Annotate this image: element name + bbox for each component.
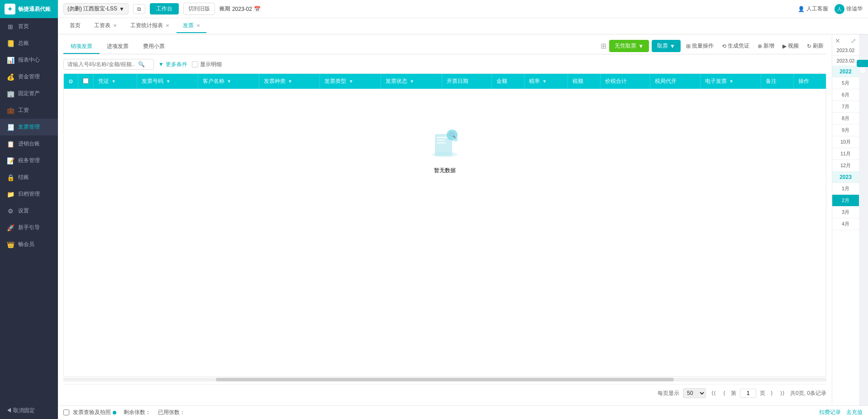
unpin-sidebar[interactable]: ◀ 取消固定 [0, 402, 58, 419]
th-invoice-status-filter[interactable]: ▼ [410, 79, 414, 84]
select-all-checkbox[interactable] [83, 78, 89, 84]
bottom-right: 扣费记录 去充值 [819, 409, 863, 416]
date-2023-4[interactable]: 4月 [832, 218, 859, 230]
no-voucher-label: 无凭取票 [615, 42, 636, 50]
recharge-link[interactable]: 去充值 [846, 409, 863, 416]
date-panel-expand-btn[interactable]: ⤢ [850, 36, 857, 45]
copy-btn[interactable]: ⧉ [133, 4, 145, 14]
sidebar-item-member[interactable]: 👑 畅会员 [0, 236, 58, 253]
sidebar-item-archive[interactable]: 📁 归档管理 [0, 186, 58, 202]
th-e-invoice: 电子发票 ▼ [700, 74, 761, 89]
table-view-btn[interactable]: ⊞ [601, 42, 606, 50]
sidebar-item-salary[interactable]: 💼 工资 [0, 102, 58, 119]
tab-salary-stats-close[interactable]: ✕ [166, 23, 169, 28]
sub-tab-sales[interactable]: 销项发票 [63, 40, 100, 54]
sidebar-item-assets[interactable]: 🏢 固定资产 [0, 85, 58, 102]
date-2023-1[interactable]: 1月 [832, 183, 859, 195]
no-voucher-btn[interactable]: 无凭取票 ▼ [609, 40, 649, 52]
tab-invoice[interactable]: 发票 ✕ [176, 19, 206, 33]
scrollbar-thumb[interactable] [216, 378, 674, 381]
date-5[interactable]: 5月 [832, 77, 859, 89]
sidebar-item-sales[interactable]: 📋 进销台账 [0, 135, 58, 152]
tab-invoice-close[interactable]: ✕ [196, 23, 200, 28]
toolbar-right: ⊞ 无凭取票 ▼ 取票 ▼ ⊞ 批量操作 ⟲ 生成凭证 [601, 40, 826, 52]
date-entry-2023-02-2[interactable]: 2023.02 [832, 56, 859, 66]
show-detail-label: 显示明细 [200, 61, 222, 68]
ai-service[interactable]: 👤 人工客服 [798, 5, 828, 13]
gen-voucher-btn[interactable]: ⟲ 生成凭证 [719, 40, 752, 52]
sub-tab-bar: 销项发票 进项发票 费用小票 ⊞ 无凭取票 ▼ 取票 [63, 40, 826, 54]
workbench-button[interactable]: 工作台 [150, 3, 179, 14]
th-customer-filter[interactable]: ▼ [227, 79, 231, 84]
sidebar-item-home[interactable]: ⊞ 首页 [0, 18, 58, 35]
first-page-btn[interactable]: ⟨⟨ [710, 389, 718, 397]
th-notes-label: 备注 [766, 78, 777, 84]
tab-salary-table[interactable]: 工资表 ✕ [88, 19, 123, 33]
switch-old-button[interactable]: 切到旧版 [183, 3, 215, 15]
th-invoice-type-filter[interactable]: ▼ [288, 79, 292, 84]
deduction-record-link[interactable]: 扣费记录 [819, 409, 841, 416]
sidebar-item-guide[interactable]: 🚀 新手引导 [0, 219, 58, 236]
show-detail-toggle[interactable]: 显示明细 [192, 61, 222, 68]
sidebar-item-ledger[interactable]: 📒 总账 [0, 35, 58, 52]
add-btn[interactable]: ⊕ 新增 [755, 40, 777, 52]
funds-icon: 💰 [6, 73, 14, 81]
date-10[interactable]: 10月 [832, 136, 859, 148]
th-voucher-sort[interactable]: ▼ [111, 79, 116, 84]
sidebar-item-closing[interactable]: 🔒 结账 [0, 169, 58, 186]
period-info: 账期 2023-02 📅 [219, 5, 261, 13]
next-page-btn[interactable]: ⟩ [769, 389, 775, 397]
assets-icon: 🏢 [6, 90, 14, 97]
date-7[interactable]: 7月 [832, 101, 859, 113]
tab-home[interactable]: 首页 [63, 19, 87, 33]
date-2023-2[interactable]: 2月 [832, 195, 859, 207]
open-period-btn[interactable]: 开账日期 [857, 60, 868, 67]
date-2023-3[interactable]: 3月 [832, 207, 859, 218]
search-input[interactable] [67, 61, 135, 67]
show-detail-checkbox[interactable] [192, 61, 198, 67]
date-entry-2023-02-1[interactable]: 2023.02 [832, 45, 859, 56]
company-selector[interactable]: (勿删) 江西股宝-LSS ▼ [63, 3, 129, 14]
gen-voucher-icon: ⟲ [722, 43, 726, 49]
tab-salary-table-close[interactable]: ✕ [113, 23, 117, 28]
th-e-invoice-filter[interactable]: ▼ [729, 79, 734, 84]
th-invoice-category-filter[interactable]: ▼ [349, 79, 353, 84]
date-6[interactable]: 6月 [832, 89, 859, 101]
date-8[interactable]: 8月 [832, 113, 859, 125]
date-11[interactable]: 11月 [832, 148, 859, 160]
date-panel-close-btn[interactable]: ✕ [834, 36, 841, 45]
empty-state: 🔍 暂无数据 [64, 89, 826, 211]
sidebar-item-tax[interactable]: 📝 税务管理 [0, 152, 58, 169]
user-info[interactable]: 人 徐溢华 [835, 4, 863, 14]
more-conditions-btn[interactable]: ▼ 更多条件 [158, 61, 187, 68]
per-page-select[interactable]: 50 10 20 100 [683, 388, 706, 398]
last-page-btn[interactable]: ⟩⟩ [778, 389, 787, 397]
sidebar-item-settings[interactable]: ⚙ 设置 [0, 202, 58, 219]
horizontal-scrollbar[interactable] [63, 378, 826, 381]
sidebar-item-invoice[interactable]: 🧾 发票管理 [0, 119, 58, 135]
th-checkbox[interactable] [78, 74, 94, 89]
tab-salary-stats[interactable]: 工资统计报表 ✕ [124, 19, 176, 33]
page-input[interactable] [740, 389, 756, 398]
date-9[interactable]: 9月 [832, 125, 859, 136]
sub-tab-purchase[interactable]: 进项发票 [100, 40, 136, 54]
refresh-btn[interactable]: ↻ 刷新 [804, 40, 826, 52]
th-invoice-no-sort[interactable]: ▼ [166, 79, 171, 84]
sidebar-label-invoice: 发票管理 [18, 123, 40, 131]
invoice-check-box[interactable] [63, 409, 69, 415]
take-ticket-btn[interactable]: 取票 ▼ [652, 40, 681, 52]
batch-ops-btn[interactable]: ⊞ 批量操作 [683, 40, 716, 52]
unpin-label: ◀ 取消固定 [6, 407, 35, 414]
th-setting[interactable]: ⚙ [64, 74, 78, 89]
salary-icon: 💼 [6, 107, 14, 114]
sidebar-item-funds[interactable]: 💰 资金管理 [0, 68, 58, 85]
video-btn[interactable]: ▶ 视频 [780, 40, 801, 52]
date-12[interactable]: 12月 [832, 160, 859, 172]
gen-voucher-label: 生成凭证 [728, 42, 749, 50]
sidebar-item-reports[interactable]: 📊 报表中心 [0, 52, 58, 68]
sub-tab-expense[interactable]: 费用小票 [136, 40, 172, 54]
search-box[interactable]: 🔍 [63, 59, 154, 70]
prev-page-btn[interactable]: ⟨ [721, 389, 727, 397]
th-invoice-no: 发票号码 ▼ [137, 74, 198, 89]
th-tax-rate-filter[interactable]: ▼ [542, 79, 547, 84]
